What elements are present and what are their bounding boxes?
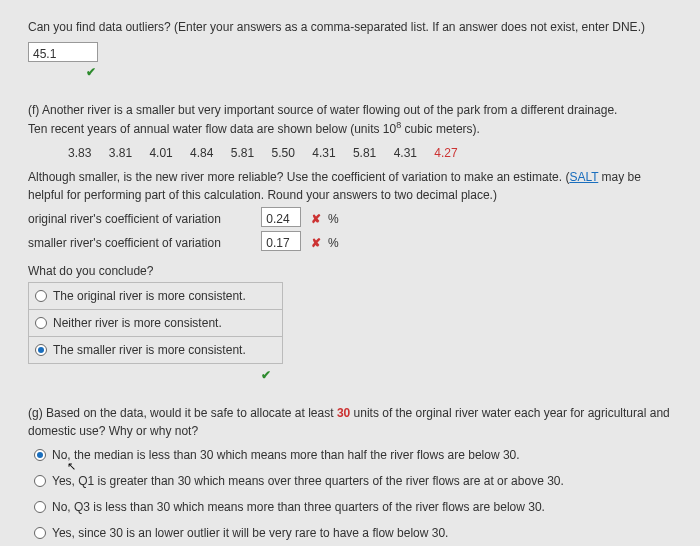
outliers-prompt: Can you find data outliers? (Enter your … [28,18,672,36]
part-f-label: (f) [28,103,39,117]
data-values: 3.83 3.81 4.01 4.84 5.81 5.50 4.31 5.81 … [68,144,672,162]
part-g-label: (g) [28,406,43,420]
conclude-feedback: ✔ [28,366,283,384]
part-f: (f) Another river is a smaller but very … [28,101,672,384]
outliers-answer-row: 45.1 [28,42,672,63]
part-f-q2: Although smaller, is the new river more … [28,168,672,204]
part-g-question: (g) Based on the data, would it be safe … [28,404,672,440]
radio-icon [35,290,47,302]
x-icon: ✘ [311,212,321,226]
x-icon: ✘ [311,236,321,250]
partg-options: No, the median is less than 30 which mea… [28,442,672,546]
partg-opt-3[interactable]: Yes, since 30 is an lower outlier it wil… [28,520,672,546]
outliers-feedback: ✔ [78,63,672,81]
cv-smaller-row: smaller river's coefficient of variation… [28,231,672,252]
partg-opt-2[interactable]: No, Q3 is less than 30 which means more … [28,494,672,520]
radio-icon [34,501,46,513]
partg-opt-0[interactable]: No, the median is less than 30 which mea… [28,442,672,468]
cv-smaller-label: smaller river's coefficient of variation [28,234,258,252]
conclude-opt-1[interactable]: Neither river is more consistent. [29,310,282,337]
radio-icon [34,475,46,487]
radio-icon [35,344,47,356]
cv-original-input[interactable]: 0.24 [261,207,301,227]
radio-icon [34,449,46,461]
part-g: (g) Based on the data, would it be safe … [28,404,672,546]
salt-link[interactable]: SALT [569,170,598,184]
outliers-input[interactable]: 45.1 [28,42,98,62]
radio-icon [35,317,47,329]
partg-opt-1[interactable]: Yes, Q1 is greater than 30 which means o… [28,468,672,494]
check-icon: ✔ [261,368,271,382]
conclude-options: The original river is more consistent. N… [28,282,283,364]
part-f-intro2: Ten recent years of annual water flow da… [28,119,672,138]
check-icon: ✔ [86,65,96,79]
cursor-icon: ↖ [67,460,76,473]
cv-original-row: original river's coefficient of variatio… [28,207,672,228]
worksheet-page: Can you find data outliers? (Enter your … [0,0,700,546]
cv-smaller-input[interactable]: 0.17 [261,231,301,251]
conclude-question: What do you conclude? [28,262,672,280]
conclude-opt-2[interactable]: The smaller river is more consistent. [29,337,282,363]
conclude-opt-0[interactable]: The original river is more consistent. [29,283,282,310]
cv-original-label: original river's coefficient of variatio… [28,210,258,228]
radio-icon [34,527,46,539]
part-f-intro: (f) Another river is a smaller but very … [28,101,672,119]
